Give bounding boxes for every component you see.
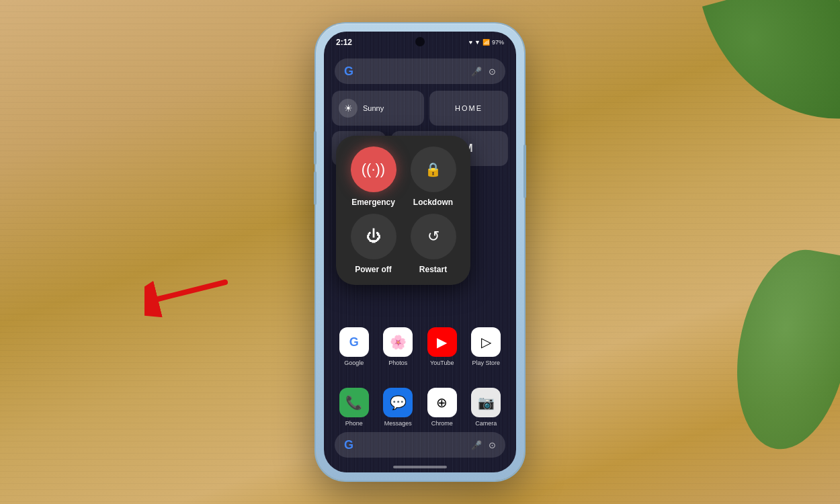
emergency-label: Emergency <box>351 198 395 207</box>
bottom-search-icons: 🎤 ⊙ <box>471 440 496 450</box>
camera-icon: 📷 <box>471 388 501 417</box>
camera-label: Camera <box>475 420 497 427</box>
mic-icon[interactable]: 🎤 <box>471 67 482 77</box>
camera-cutout <box>415 37 425 46</box>
bottom-mic-icon[interactable]: 🎤 <box>471 440 482 450</box>
home-indicator <box>393 466 447 468</box>
bottom-lens-icon[interactable]: ⊙ <box>489 440 496 450</box>
battery-icon: 97% <box>492 39 504 46</box>
app-row-1: G Google 🌸 Photos ▶ YouTube ▷ Play Store <box>332 327 508 366</box>
weather-icon: ☀ <box>339 99 358 118</box>
emergency-button[interactable]: ((·)) Emergency <box>347 146 400 207</box>
emergency-icon: ((·)) <box>362 161 385 178</box>
poweroff-icon: ⏻ <box>366 228 381 245</box>
red-arrow-annotation <box>144 262 232 325</box>
status-icons: ♥ ▼ 📶 97% <box>469 39 504 46</box>
app-phone[interactable]: 📞 Phone <box>339 388 369 427</box>
svg-line-1 <box>158 282 225 299</box>
restart-btn-circle: ↺ <box>411 214 456 259</box>
vol-up-button <box>314 131 317 165</box>
phone-label: Phone <box>345 420 363 427</box>
power-menu-grid: ((·)) Emergency 🔒 Lockdown ⏻ <box>347 146 460 274</box>
messages-icon: 💬 <box>383 388 413 417</box>
app-google[interactable]: G Google <box>339 327 369 366</box>
google-g-logo: G <box>344 65 353 77</box>
poweroff-label: Power off <box>355 265 392 274</box>
lockdown-button[interactable]: 🔒 Lockdown <box>407 146 460 207</box>
weather-label: Sunny <box>363 104 384 112</box>
phone-screen: 2:12 ♥ ▼ 📶 97% G 🎤 ⊙ <box>324 32 516 472</box>
wifi-icon: ▼ <box>474 39 480 46</box>
chrome-icon: ⊕ <box>427 388 457 417</box>
youtube-label: YouTube <box>430 360 454 366</box>
app-youtube[interactable]: ▶ YouTube <box>427 327 457 366</box>
home-widget-label: HOME <box>455 104 482 112</box>
app-playstore[interactable]: ▷ Play Store <box>471 327 501 366</box>
app-photos[interactable]: 🌸 Photos <box>383 327 413 366</box>
youtube-icon: ▶ <box>427 327 457 357</box>
google-icon: G <box>339 327 369 357</box>
app-row-2: 📞 Phone 💬 Messages ⊕ Chrome 📷 Camera <box>332 388 508 427</box>
signal-icon: 📶 <box>482 39 490 46</box>
app-camera[interactable]: 📷 Camera <box>471 388 501 427</box>
app-messages[interactable]: 💬 Messages <box>383 388 413 427</box>
lockdown-label: Lockdown <box>413 198 453 207</box>
power-button <box>523 144 526 198</box>
restart-button[interactable]: ↺ Restart <box>407 214 460 274</box>
app-chrome[interactable]: ⊕ Chrome <box>427 388 457 427</box>
emergency-btn-circle: ((·)) <box>351 146 396 192</box>
phone-device: 2:12 ♥ ▼ 📶 97% G 🎤 ⊙ <box>316 24 524 480</box>
poweroff-button[interactable]: ⏻ Power off <box>347 214 400 274</box>
phone-icon: 📞 <box>339 388 369 417</box>
power-menu: ((·)) Emergency 🔒 Lockdown ⏻ <box>336 136 470 285</box>
messages-label: Messages <box>384 420 412 427</box>
status-time: 2:12 <box>336 38 352 47</box>
lockdown-btn-circle: 🔒 <box>411 146 456 192</box>
top-search-bar[interactable]: G 🎤 ⊙ <box>335 58 505 84</box>
photos-icon: 🌸 <box>383 327 413 357</box>
location-icon: ♥ <box>469 39 472 46</box>
vol-down-button <box>314 171 317 205</box>
bottom-search-bar[interactable]: G 🎤 ⊙ <box>335 432 505 458</box>
playstore-icon: ▷ <box>471 327 501 357</box>
restart-label: Restart <box>419 265 447 274</box>
phone-body: 2:12 ♥ ▼ 📶 97% G 🎤 ⊙ <box>316 24 524 480</box>
google-label: Google <box>344 360 364 366</box>
widget-weather[interactable]: ☀ Sunny <box>332 91 424 126</box>
chrome-label: Chrome <box>431 420 453 427</box>
poweroff-btn-circle: ⏻ <box>351 214 396 259</box>
lens-icon[interactable]: ⊙ <box>489 67 496 77</box>
bottom-google-g-logo: G <box>344 439 353 451</box>
search-bar-icons: 🎤 ⊙ <box>471 67 496 77</box>
lockdown-icon: 🔒 <box>425 161 442 177</box>
playstore-label: Play Store <box>472 360 500 366</box>
restart-icon: ↺ <box>427 228 439 245</box>
photos-label: Photos <box>388 360 407 366</box>
widget-home[interactable]: HOME <box>429 91 508 126</box>
widget-row-1: ☀ Sunny HOME <box>332 91 508 126</box>
